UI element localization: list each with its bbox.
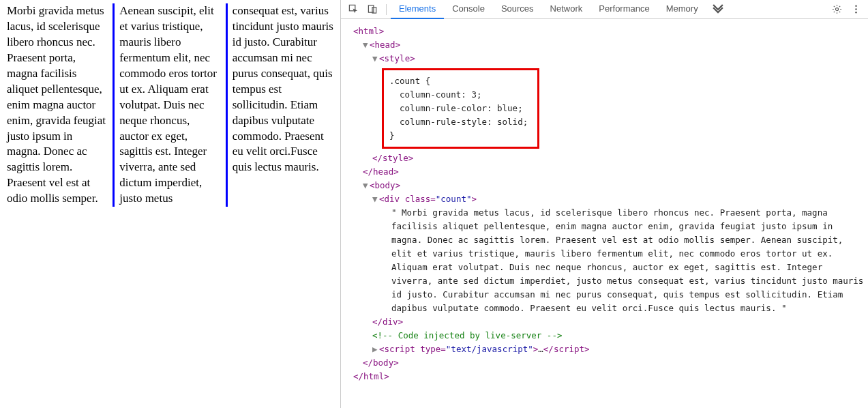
tab-network[interactable]: Network bbox=[542, 0, 591, 19]
devtools-panel: Elements Console Sources Network Perform… bbox=[341, 0, 868, 408]
tab-memory[interactable]: Memory bbox=[658, 0, 706, 19]
css-selector[interactable]: .count { bbox=[389, 74, 528, 88]
dom-node[interactable]: ▼<style> bbox=[353, 52, 864, 65]
dom-comment[interactable]: <!-- Code injected by live-server --> bbox=[353, 329, 864, 343]
expand-arrow-icon[interactable]: ▼ bbox=[363, 179, 370, 192]
dom-node[interactable]: ▼<body> bbox=[353, 179, 864, 192]
multicolumn-text: Morbi gravida metus lacus, id scelerisqu… bbox=[7, 3, 333, 207]
dom-node[interactable]: ▶<script type="text/javascript">…</scrip… bbox=[353, 343, 864, 356]
dom-node[interactable]: </div> bbox=[353, 315, 864, 329]
svg-rect-1 bbox=[368, 5, 374, 12]
expand-arrow-icon[interactable]: ▼ bbox=[372, 192, 379, 206]
settings-icon[interactable] bbox=[827, 1, 846, 18]
devtools-tabs: Elements Console Sources Network Perform… bbox=[391, 0, 706, 19]
more-tabs-icon[interactable] bbox=[710, 2, 725, 17]
tab-console[interactable]: Console bbox=[444, 0, 493, 19]
svg-point-3 bbox=[835, 8, 838, 10]
toolbar-separator bbox=[386, 4, 387, 15]
device-toolbar-icon[interactable] bbox=[363, 1, 382, 18]
svg-point-4 bbox=[855, 5, 856, 7]
css-declaration[interactable]: column-count: 3; bbox=[389, 88, 528, 102]
dom-node[interactable]: </head> bbox=[353, 165, 864, 179]
tab-elements[interactable]: Elements bbox=[391, 0, 444, 19]
expand-arrow-icon[interactable]: ▼ bbox=[372, 52, 379, 65]
rendered-page: Morbi gravida metus lacus, id scelerisqu… bbox=[0, 0, 341, 408]
css-declaration[interactable]: column-rule-style: solid; bbox=[389, 115, 528, 129]
css-declaration[interactable]: column-rule-color: blue; bbox=[389, 102, 528, 115]
inspect-element-icon[interactable] bbox=[344, 1, 363, 18]
css-close-brace[interactable]: } bbox=[389, 129, 528, 143]
dom-node[interactable]: ▼<div class="count"> bbox=[353, 192, 864, 206]
expand-arrow-icon[interactable]: ▼ bbox=[363, 38, 370, 52]
tab-performance[interactable]: Performance bbox=[590, 0, 657, 19]
devtools-toolbar: Elements Console Sources Network Perform… bbox=[341, 0, 868, 19]
dom-node[interactable]: ▼<head> bbox=[353, 38, 864, 52]
expand-arrow-icon[interactable]: ▶ bbox=[372, 343, 379, 356]
kebab-menu-icon[interactable] bbox=[846, 1, 865, 18]
dom-node[interactable]: <html> bbox=[353, 25, 864, 38]
tab-sources[interactable]: Sources bbox=[493, 0, 542, 19]
svg-point-5 bbox=[855, 8, 856, 10]
dom-text-node[interactable]: " Morbi gravida metus lacus, id sceleris… bbox=[353, 206, 864, 315]
dom-node[interactable]: </style> bbox=[353, 151, 864, 165]
dom-node[interactable]: </html> bbox=[353, 370, 864, 383]
css-rule-highlight: .count { column-count: 3; column-rule-co… bbox=[382, 68, 539, 149]
dom-node[interactable]: </body> bbox=[353, 356, 864, 370]
elements-tree[interactable]: <html> ▼<head> ▼<style> .count { column-… bbox=[341, 19, 868, 408]
svg-point-6 bbox=[855, 12, 856, 13]
